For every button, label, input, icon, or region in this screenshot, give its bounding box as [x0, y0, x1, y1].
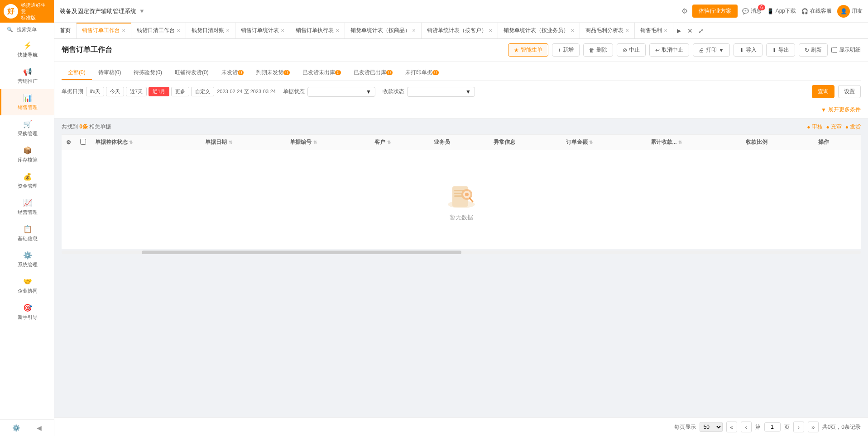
maximize-btn[interactable]: ⤢: [695, 27, 706, 34]
sidebar-item-search[interactable]: 🔍 搜索菜单: [0, 23, 54, 37]
sub-tab-pending-inspect[interactable]: 待拣验货(0): [127, 66, 168, 80]
tab-cash-daily[interactable]: 钱货日清工作台 ✕: [131, 23, 186, 38]
sub-tab-wangpu-pending[interactable]: 旺铺待发货(0): [168, 66, 215, 80]
close-cash-daily-icon[interactable]: ✕: [177, 28, 180, 33]
sidebar-item-guide[interactable]: 🎯 新手引导: [0, 299, 54, 325]
expand-filter-btn[interactable]: ▼ 展开更多条件: [821, 106, 861, 114]
per-page-select[interactable]: 50 20 100: [700, 422, 723, 432]
add-button[interactable]: + 新增: [552, 43, 580, 57]
tab-sales-stats-product[interactable]: 销货单统计表（按商品） ✕: [345, 23, 422, 38]
sub-tab-not-shipped[interactable]: 未发货0: [215, 66, 250, 80]
status-select[interactable]: ▼: [307, 87, 375, 97]
sub-tab-not-printed[interactable]: 未打印单据0: [399, 66, 445, 80]
sidebar-item-marketing[interactable]: 📢 营销推广: [0, 63, 54, 89]
export-button[interactable]: ⬆ 导出: [766, 43, 795, 57]
scrollbar-thumb[interactable]: [142, 251, 461, 254]
print-button[interactable]: 🖨 打印 ▼: [693, 43, 730, 57]
delete-button[interactable]: 🗑 删除: [583, 43, 613, 57]
app-download-btn[interactable]: 📱 App下载: [767, 7, 796, 15]
date-today-btn[interactable]: 今天: [106, 87, 124, 96]
prev-page-btn[interactable]: ‹: [741, 422, 752, 432]
setting-button[interactable]: 设置: [838, 85, 861, 98]
date-7days-btn[interactable]: 近7天: [126, 87, 147, 96]
tab-product-margin[interactable]: 商品毛利分析表 ✕: [580, 23, 635, 38]
ship-action-btn[interactable]: ● 发货: [845, 123, 861, 131]
date-more-btn[interactable]: 更多: [171, 87, 189, 96]
sort-collected-icon[interactable]: ⇅: [678, 140, 682, 145]
solution-button[interactable]: 体验行业方案: [692, 5, 738, 18]
topbar-dropdown-icon[interactable]: ▼: [139, 8, 145, 14]
page-input[interactable]: [764, 422, 781, 431]
payment-select-dropdown-icon: ▼: [465, 89, 471, 95]
close-sales-exec-icon[interactable]: ✕: [336, 28, 339, 33]
refresh-button[interactable]: ↻ 刷新: [799, 43, 828, 57]
online-service-btn[interactable]: 🎧 在线客服: [801, 7, 832, 15]
show-detail-checkbox-label[interactable]: 显示明细: [831, 46, 861, 54]
sub-tab-expired-not-shipped[interactable]: 到期未发货0: [250, 66, 296, 80]
tab-more-btn[interactable]: ▶: [673, 28, 685, 34]
settings-icon[interactable]: ⚙️: [12, 424, 20, 431]
sub-tab-shipped-out[interactable]: 已发货已出库0: [347, 66, 399, 80]
sub-tab-all[interactable]: 全部(0): [62, 66, 92, 80]
collapse-icon[interactable]: ◀: [37, 424, 42, 431]
sub-tab-pending-review[interactable]: 待审核(0): [92, 66, 128, 80]
sales-profit-tab-label: 销售毛利: [640, 27, 662, 34]
message-btn[interactable]: 💬 6 消息: [742, 7, 762, 15]
tab-cash-reconcile[interactable]: 钱货日清对账 ✕: [186, 23, 235, 38]
col-settings[interactable]: ⚙: [62, 135, 76, 150]
close-sales-workbench-icon[interactable]: ✕: [122, 28, 125, 33]
close-product-margin-icon[interactable]: ✕: [625, 28, 629, 33]
close-sales-stats-customer-icon[interactable]: ✕: [489, 28, 492, 33]
sort-number-icon[interactable]: ⇅: [313, 140, 317, 145]
sidebar-item-finance[interactable]: 💰 资金管理: [0, 168, 54, 194]
cancel-review-action-btn[interactable]: ● 充审: [826, 123, 842, 131]
user-menu-btn[interactable]: 👤 用友: [837, 5, 863, 18]
query-button[interactable]: 查询: [812, 85, 834, 98]
close-sales-stats-icon[interactable]: ✕: [281, 28, 284, 33]
tab-sales-exec[interactable]: 销售订单执行表 ✕: [290, 23, 345, 38]
sidebar-item-label: 采购管理: [18, 130, 38, 137]
sidebar-item-quick-nav[interactable]: ⚡ 快捷导航: [0, 37, 54, 63]
sidebar-item-system[interactable]: ⚙️ 系统管理: [0, 246, 54, 273]
close-sales-stats-product-icon[interactable]: ✕: [412, 28, 416, 33]
horizontal-scrollbar[interactable]: [62, 251, 861, 254]
sub-tab-shipped-not-out[interactable]: 已发货未出库0: [296, 66, 348, 80]
tab-sales-stats-customer[interactable]: 销货单统计表（按客户） ✕: [422, 23, 498, 38]
sidebar-item-basic-info[interactable]: 📋 基础信息: [0, 220, 54, 246]
first-page-btn[interactable]: «: [726, 422, 737, 432]
cancel-suspend-button[interactable]: ↩ 取消中止: [649, 43, 689, 57]
sidebar-item-inventory[interactable]: 📦 库存核算: [0, 142, 54, 168]
gear-settings-icon[interactable]: ⚙: [681, 7, 688, 15]
date-1month-btn[interactable]: 近1月: [149, 87, 169, 96]
tab-sales-workbench[interactable]: 销售订单工作台 ✕: [77, 23, 131, 38]
close-all-tabs-btn[interactable]: ✕: [685, 27, 695, 34]
sort-date-icon[interactable]: ⇅: [229, 140, 232, 145]
import-button[interactable]: ⬇ 导入: [734, 43, 762, 57]
sidebar-item-cooperation[interactable]: 🤝 企业协同: [0, 273, 54, 299]
sort-customer-icon[interactable]: ⇅: [387, 140, 391, 145]
close-sales-profit-icon[interactable]: ✕: [664, 28, 667, 33]
sort-amount-icon[interactable]: ⇅: [589, 140, 593, 145]
next-page-btn[interactable]: ›: [793, 422, 804, 432]
show-detail-checkbox[interactable]: [831, 47, 837, 53]
tab-home[interactable]: 首页: [54, 23, 77, 38]
close-sales-stats-staff-icon[interactable]: ✕: [571, 28, 574, 33]
date-custom-btn[interactable]: 自定义: [191, 87, 214, 96]
select-all-checkbox[interactable]: [80, 139, 86, 145]
sidebar-item-purchase[interactable]: 🛒 采购管理: [0, 115, 54, 142]
sidebar-item-operations[interactable]: 📈 经营管理: [0, 194, 54, 220]
review-action-btn[interactable]: ● 审核: [807, 123, 822, 131]
close-cash-reconcile-icon[interactable]: ✕: [226, 28, 230, 33]
sidebar-item-sales[interactable]: 📊 销售管理: [0, 89, 54, 115]
last-page-btn[interactable]: »: [808, 422, 819, 432]
payment-select[interactable]: ▼: [407, 87, 475, 97]
tab-sales-stats[interactable]: 销售订单统计表 ✕: [235, 23, 290, 38]
tab-sales-stats-staff[interactable]: 销货单统计表（按业务员） ✕: [498, 23, 580, 38]
col-checkbox[interactable]: [76, 135, 91, 150]
date-range-display: 2023-02-24 至 2023-03-24: [217, 88, 276, 95]
tab-sales-profit[interactable]: 销售毛利 ✕: [635, 23, 673, 38]
smart-create-button[interactable]: ★ 智能生单: [508, 43, 548, 57]
sort-status-icon[interactable]: ⇅: [129, 140, 133, 145]
suspend-button[interactable]: ⊘ 中止: [617, 43, 646, 57]
date-yesterday-btn[interactable]: 昨天: [86, 87, 104, 96]
